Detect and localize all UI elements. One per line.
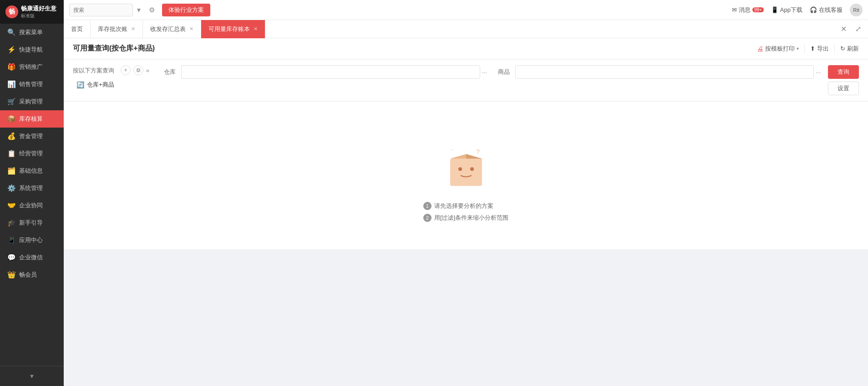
- gear-icon: ⚙️: [7, 184, 15, 192]
- sidebar-item-purchase[interactable]: 🛒 采购管理: [0, 93, 64, 110]
- mobile-icon: 📱: [7, 236, 15, 244]
- sidebar-item-finance[interactable]: 💰 资金管理: [0, 128, 64, 145]
- header-app-download[interactable]: 📱 App下载: [771, 6, 802, 14]
- folder-icon: 🗂️: [7, 167, 15, 175]
- page-title: 可用量查询(按仓库+商品): [73, 44, 155, 53]
- sidebar-item-operation[interactable]: 📋 经营管理: [0, 145, 64, 162]
- main-content: ▼ ⚙ 体验行业方案 ✉ 消息 99+ 📱 App下载 🎧 在线客服 Rit: [64, 0, 868, 386]
- empty-tips: 1 请先选择要分析的方案 2 用[过滤]条件来缩小分析范围: [423, 202, 508, 222]
- action-buttons: 查询 设置: [822, 65, 859, 95]
- product-more-button[interactable]: ···: [814, 69, 822, 76]
- tab-summary-close[interactable]: ✕: [189, 26, 193, 32]
- filter-fields-grid: 仓库 ··· 商品 ···: [164, 65, 822, 79]
- sidebar-item-basic[interactable]: 🗂️ 基础信息: [0, 162, 64, 180]
- empty-tip-1: 1 请先选择要分析的方案: [423, 202, 508, 210]
- cart-icon: 🛒: [7, 98, 15, 106]
- tab-batch[interactable]: 库存批次账 ✕: [91, 20, 143, 38]
- scheme-item-label: 仓库+商品: [87, 81, 114, 89]
- sidebar-item-enterprise[interactable]: 🤝 企业协同: [0, 197, 64, 214]
- search-icon: 🔍: [7, 28, 15, 36]
- service-icon: 🎧: [810, 6, 817, 13]
- scheme-item-warehouse[interactable]: 🔄 仓库+商品: [73, 79, 155, 91]
- tab-bar: 首页 库存批次账 ✕ 收发存汇总表 ✕ 可用量库存账本 ✕ ✕ ⤢: [64, 20, 868, 38]
- header-service[interactable]: 🎧 在线客服: [810, 6, 843, 14]
- filter-fields-area: 仓库 ··· 商品 ··· 查询 设置: [155, 65, 859, 95]
- filter-label-row: 按以下方案查询 + «: [73, 65, 155, 75]
- sidebar-item-wechat[interactable]: 💬 企业微信: [0, 249, 64, 266]
- scheme-add-button[interactable]: +: [121, 65, 131, 75]
- tab-home[interactable]: 首页: [64, 20, 91, 38]
- tab-close-window[interactable]: ✕: [837, 23, 850, 36]
- tab-available[interactable]: 可用量库存账本 ✕: [201, 20, 265, 38]
- lightning-icon: ⚡: [7, 46, 15, 54]
- header-gear-button[interactable]: ⚙: [146, 4, 158, 16]
- sidebar-header: 畅 畅康通好生意 标准版: [0, 0, 64, 24]
- sidebar: 畅 畅康通好生意 标准版 🔍 搜索菜单 ⚡ 快捷导航 🎁 营销推广 📊 销售管理…: [0, 0, 64, 386]
- user-avatar[interactable]: Rit: [850, 4, 863, 16]
- clipboard-icon: 📋: [7, 149, 15, 158]
- query-button[interactable]: 查询: [828, 65, 859, 79]
- header-message[interactable]: ✉ 消息 99+: [732, 6, 764, 14]
- export-icon: ⬆: [810, 45, 815, 52]
- page-header: 可用量查询(按仓库+商品) 🖨 按模板打印 ▾ ⬆ 导出 ↻ 刷新: [64, 38, 868, 59]
- gift-icon: 🎁: [7, 63, 15, 71]
- trial-button[interactable]: 体验行业方案: [162, 4, 210, 16]
- sidebar-item-app[interactable]: 📱 应用中心: [0, 232, 64, 249]
- svg-text:~: ~: [450, 147, 453, 153]
- divider1: [804, 44, 805, 53]
- svg-text:~: ~: [480, 157, 482, 162]
- sidebar-item-system[interactable]: ⚙️ 系统管理: [0, 180, 64, 197]
- box-icon: 📦: [7, 115, 15, 123]
- tip-num-1: 1: [423, 202, 431, 210]
- tab-maximize[interactable]: ⤢: [852, 23, 864, 36]
- sidebar-scroll-down[interactable]: ▼: [0, 370, 64, 382]
- empty-state: ? ~ ~ 1 请先选择要分析的方案 2 用[过滤]条件来缩小分析范围: [64, 102, 868, 249]
- settings-button[interactable]: 设置: [828, 82, 859, 95]
- filter-scheme-panel: 按以下方案查询 + « 🔄 仓库+商品: [73, 65, 155, 91]
- header-search-area: ▼: [69, 4, 142, 16]
- sidebar-item-member[interactable]: 👑 畅会员: [0, 266, 64, 283]
- page-content: 可用量查询(按仓库+商品) 🖨 按模板打印 ▾ ⬆ 导出 ↻ 刷新: [64, 38, 868, 386]
- print-icon: 🖨: [757, 45, 763, 52]
- money-icon: 💰: [7, 132, 15, 140]
- svg-point-3: [470, 167, 474, 171]
- sidebar-item-shortcut[interactable]: ⚡ 快捷导航: [0, 41, 64, 58]
- print-button[interactable]: 🖨 按模板打印 ▾: [757, 45, 799, 53]
- header-right: ✉ 消息 99+ 📱 App下载 🎧 在线客服 Rit: [732, 4, 863, 16]
- divider2: [834, 44, 835, 53]
- graduate-icon: 🎓: [7, 219, 15, 227]
- sidebar-item-search[interactable]: 🔍 搜索菜单: [0, 24, 64, 41]
- svg-point-0: [137, 69, 140, 72]
- product-label: 商品: [498, 68, 512, 76]
- warehouse-label: 仓库: [164, 68, 178, 76]
- sidebar-item-newbie[interactable]: 🎓 新手引导: [0, 214, 64, 232]
- product-input[interactable]: [515, 65, 814, 79]
- top-header: ▼ ⚙ 体验行业方案 ✉ 消息 99+ 📱 App下载 🎧 在线客服 Rit: [64, 0, 868, 20]
- scheme-settings-button[interactable]: [133, 65, 143, 75]
- chart-icon: 📊: [7, 80, 15, 88]
- message-badge: 99+: [752, 7, 764, 12]
- svg-text:?: ?: [476, 148, 480, 155]
- empty-illustration: ? ~ ~: [439, 138, 493, 193]
- tab-available-close[interactable]: ✕: [254, 26, 258, 32]
- refresh-icon: ↻: [840, 45, 845, 52]
- print-dropdown-arrow: ▾: [797, 46, 799, 51]
- sidebar-item-inventory[interactable]: 📦 库存核算: [0, 110, 64, 128]
- filter-area: 按以下方案查询 + « 🔄 仓库+商品: [64, 60, 868, 101]
- handshake-icon: 🤝: [7, 201, 15, 210]
- warehouse-input[interactable]: [181, 65, 480, 79]
- sidebar-item-marketing[interactable]: 🎁 营销推广: [0, 58, 64, 76]
- sidebar-logo: 畅 畅康通好生意 标准版: [5, 5, 58, 19]
- scheme-item-icon: 🔄: [76, 81, 84, 88]
- warehouse-more-button[interactable]: ···: [480, 69, 489, 76]
- page-header-actions: 🖨 按模板打印 ▾ ⬆ 导出 ↻ 刷新: [757, 44, 859, 53]
- sidebar-item-sales[interactable]: 📊 销售管理: [0, 76, 64, 93]
- export-button[interactable]: ⬆ 导出: [810, 45, 829, 53]
- svg-point-2: [458, 167, 462, 171]
- tab-batch-close[interactable]: ✕: [131, 26, 135, 32]
- header-search-input[interactable]: [69, 4, 133, 16]
- scheme-collapse-button[interactable]: «: [146, 67, 149, 74]
- settings-gear-icon: [136, 67, 141, 73]
- refresh-button[interactable]: ↻ 刷新: [840, 45, 859, 53]
- tab-summary[interactable]: 收发存汇总表 ✕: [143, 20, 201, 38]
